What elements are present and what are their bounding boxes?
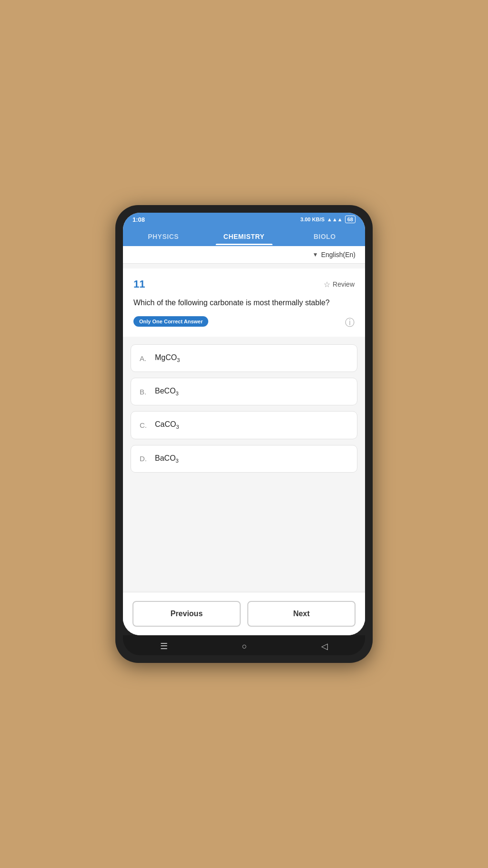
option-a-label: A. (140, 354, 148, 362)
option-b-text: BeCO3 (155, 387, 179, 396)
bottom-buttons: Previous Next (123, 592, 365, 635)
previous-button[interactable]: Previous (132, 601, 241, 627)
battery-indicator: 68 (345, 216, 356, 223)
review-label: Review (333, 280, 355, 288)
status-icons: 3.00 KB/S ▲▲▲ 68 (300, 216, 356, 223)
next-button[interactable]: Next (247, 601, 356, 627)
option-d-label: D. (140, 455, 148, 463)
tab-physics[interactable]: PHYSICS (123, 226, 203, 245)
options-area: A. MgCO3 B. BeCO3 C. CaCO3 (123, 337, 365, 592)
option-d-text: BaCO3 (155, 454, 179, 464)
option-b-label: B. (140, 388, 148, 396)
phone-frame: 1:08 3.00 KB/S ▲▲▲ 68 PHYSICS CHEMISTRY … (115, 205, 373, 663)
info-icon[interactable]: ⓘ (345, 316, 355, 329)
status-time: 1:08 (132, 216, 145, 223)
answer-type-row: Only One Correct Answer ⓘ (133, 316, 355, 329)
question-header: 11 ☆ Review (133, 278, 355, 290)
language-selector[interactable]: ▼ English(En) (313, 251, 356, 258)
option-b[interactable]: B. BeCO3 (131, 378, 357, 405)
option-d[interactable]: D. BaCO3 (131, 445, 357, 473)
chevron-down-icon: ▼ (313, 251, 318, 258)
status-bar: 1:08 3.00 KB/S ▲▲▲ 68 (123, 213, 365, 226)
content-area: ▼ English(En) 11 ☆ Review Which of the f… (123, 246, 365, 635)
option-c-text: CaCO3 (155, 420, 179, 430)
review-button[interactable]: ☆ Review (324, 280, 355, 289)
nav-home-icon[interactable]: ○ (242, 641, 247, 651)
question-number: 11 (133, 278, 145, 290)
network-speed: 3.00 KB/S (300, 217, 325, 222)
question-text: Which of the following carbonate is most… (133, 297, 355, 309)
tab-biology[interactable]: BIOLO (285, 226, 365, 245)
tab-bar: PHYSICS CHEMISTRY BIOLO (123, 226, 365, 246)
answer-type-badge: Only One Correct Answer (133, 316, 208, 327)
option-a[interactable]: A. MgCO3 (131, 344, 357, 372)
phone-nav-bar: ☰ ○ ◁ (123, 635, 365, 655)
question-card: 11 ☆ Review Which of the following carbo… (123, 269, 365, 337)
language-label: English(En) (321, 251, 356, 258)
option-c[interactable]: C. CaCO3 (131, 411, 357, 439)
signal-icon: ▲▲▲ (327, 217, 343, 222)
phone-screen: 1:08 3.00 KB/S ▲▲▲ 68 PHYSICS CHEMISTRY … (123, 213, 365, 635)
option-c-label: C. (140, 421, 148, 429)
nav-back-icon[interactable]: ◁ (321, 641, 328, 651)
language-bar: ▼ English(En) (123, 246, 365, 264)
option-a-text: MgCO3 (155, 353, 180, 363)
tab-chemistry[interactable]: CHEMISTRY (203, 226, 284, 245)
nav-menu-icon[interactable]: ☰ (160, 641, 168, 651)
star-icon: ☆ (324, 280, 330, 289)
